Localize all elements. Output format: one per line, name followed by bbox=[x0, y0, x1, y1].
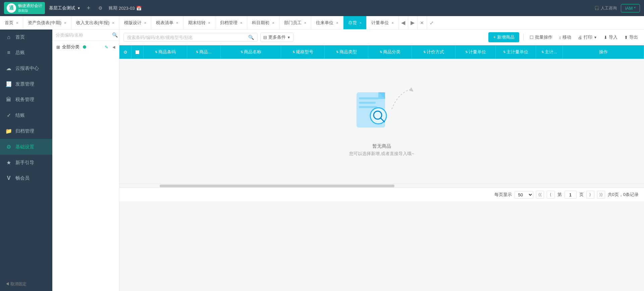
category-collapse-icon[interactable]: ◀ bbox=[112, 45, 115, 49]
add-product-button[interactable]: + 新增商品 bbox=[488, 32, 519, 42]
logo-icon: 通 bbox=[7, 3, 16, 13]
tab-income[interactable]: 收入支出表(年报) × bbox=[71, 16, 119, 30]
tab-unit-close-icon[interactable]: × bbox=[391, 21, 393, 25]
pagination: 每页显示 50 20 100 ⟨⟨ ⟨ 第 页 ⟩ ⟩⟩ 共0页，0条记录 bbox=[119, 188, 644, 201]
customer-service-button[interactable]: 🎧 人工咨询 bbox=[594, 5, 617, 11]
more-filter-button[interactable]: ⊟ 更多条件 ▼ bbox=[260, 33, 293, 42]
sidebar-item-home[interactable]: ⌂ 首页 bbox=[0, 30, 52, 45]
th-ops: 操作 bbox=[563, 45, 644, 59]
settings-button[interactable]: ⚙ bbox=[97, 4, 105, 12]
tab-contacts[interactable]: 往来单位 × bbox=[311, 16, 343, 30]
batch-op-label: 批量操作 bbox=[535, 34, 552, 40]
th-code[interactable]: ⇅ 商品... bbox=[187, 45, 221, 59]
sidebar-item-invoice[interactable]: 🧾 发票管理 bbox=[0, 76, 52, 92]
th-price-method-sort-icon: ⇅ bbox=[423, 50, 426, 54]
th-spec[interactable]: ⇅ 规格型号 bbox=[281, 45, 325, 59]
product-search-icon[interactable]: 🔍 bbox=[248, 35, 254, 40]
sidebar-item-tax[interactable]: 🏛 税务管理 bbox=[0, 92, 52, 107]
sidebar-item-vip-label: 畅会员 bbox=[15, 175, 30, 181]
page-number-input[interactable] bbox=[565, 191, 577, 199]
tab-template[interactable]: 模版设计 × bbox=[119, 16, 151, 30]
batch-op-button[interactable]: ☐ 批量操作 bbox=[528, 33, 554, 42]
category-search-icon[interactable]: 🔍 bbox=[112, 32, 118, 38]
th-col3-label: 主计... bbox=[545, 49, 557, 55]
tab-expand-button[interactable]: ⤢ bbox=[427, 16, 436, 30]
tab-dept-close-icon[interactable]: × bbox=[304, 21, 306, 25]
th-col3[interactable]: ⇅ 主计... bbox=[536, 45, 563, 59]
th-category[interactable]: ⇅ 商品分类 bbox=[368, 45, 412, 59]
th-unit[interactable]: ⇅ 计量单位 bbox=[455, 45, 496, 59]
tab-subject-close-icon[interactable]: × bbox=[272, 21, 274, 25]
tab-income-close-icon[interactable]: × bbox=[112, 21, 114, 25]
user-badge[interactable]: iAM * bbox=[621, 4, 640, 12]
th-main-unit[interactable]: ⇅ 主计量单位 bbox=[496, 45, 536, 59]
first-page-button[interactable]: ⟨⟨ bbox=[536, 191, 544, 199]
customer-service-label: 人工咨询 bbox=[601, 5, 617, 11]
tab-period-transfer-close-icon[interactable]: × bbox=[208, 21, 210, 25]
horizontal-scrollbar[interactable] bbox=[119, 184, 644, 188]
th-type[interactable]: ⇅ 商品类型 bbox=[325, 45, 368, 59]
tab-archive-close-icon[interactable]: × bbox=[240, 21, 242, 25]
column-settings-icon: ⚙ bbox=[123, 50, 127, 55]
tab-inventory[interactable]: 存货 × bbox=[343, 16, 367, 30]
th-price-method[interactable]: ⇅ 计价方式 bbox=[412, 45, 455, 59]
tab-balance-sheet-close-icon[interactable]: × bbox=[64, 21, 66, 25]
next-page-button[interactable]: ⟩ bbox=[586, 191, 594, 199]
sidebar-item-vip[interactable]: V 畅会员 bbox=[0, 171, 52, 186]
th-category-label: 商品分类 bbox=[383, 49, 400, 55]
th-main-unit-label: 主计量单位 bbox=[506, 49, 528, 55]
select-all-checkbox[interactable] bbox=[135, 50, 140, 54]
tab-tax-list[interactable]: 税表清单 × bbox=[151, 16, 183, 30]
last-page-button[interactable]: ⟩⟩ bbox=[597, 191, 605, 199]
tab-unit[interactable]: 计量单位 × bbox=[367, 16, 398, 30]
prev-page-button[interactable]: ⟨ bbox=[547, 191, 555, 199]
empty-arrow-svg bbox=[388, 86, 415, 112]
tab-archive[interactable]: 归档管理 × bbox=[215, 16, 247, 30]
export-button[interactable]: ⬆ 导出 bbox=[622, 33, 640, 42]
category-edit-icon[interactable]: ✎ bbox=[105, 45, 108, 50]
tab-balance-sheet[interactable]: 资产负债表(中期) × bbox=[23, 16, 71, 30]
scrollbar-thumb[interactable] bbox=[160, 185, 394, 187]
tab-tax-list-close-icon[interactable]: × bbox=[176, 21, 178, 25]
sidebar-item-archive[interactable]: 📁 归档管理 bbox=[0, 123, 52, 139]
move-label: 移动 bbox=[562, 34, 571, 40]
move-button[interactable]: ↕ 移动 bbox=[557, 33, 574, 42]
tab-archive-label: 归档管理 bbox=[220, 20, 237, 26]
per-page-select[interactable]: 50 20 100 bbox=[515, 191, 533, 199]
tab-close-all-button[interactable]: ✕ bbox=[418, 16, 427, 30]
import-button[interactable]: ⬇ 导入 bbox=[602, 33, 620, 42]
cancel-fixed-button[interactable]: ◀ 取消固定 bbox=[0, 277, 52, 291]
tab-period-transfer[interactable]: 期末结转 × bbox=[183, 16, 215, 30]
sidebar-item-settings[interactable]: ⚙ 基础设置 bbox=[0, 139, 52, 155]
tab-template-close-icon[interactable]: × bbox=[144, 21, 146, 25]
tab-home-close-icon[interactable]: × bbox=[16, 21, 18, 25]
sidebar-item-ledger[interactable]: ≡ 总账 bbox=[0, 45, 52, 60]
tab-home[interactable]: 首页 × bbox=[0, 16, 23, 30]
home-icon: ⌂ bbox=[5, 34, 12, 40]
th-name[interactable]: ⇅ 商品名称 bbox=[221, 45, 281, 59]
tab-next-button[interactable]: ▶ bbox=[408, 16, 418, 30]
tab-prev-button[interactable]: ◀ bbox=[399, 16, 408, 30]
th-barcode[interactable]: ⇅ 商品条码 bbox=[144, 45, 187, 59]
tab-dept[interactable]: 部门员工 × bbox=[279, 16, 311, 30]
sidebar-item-close-accounts[interactable]: ✓ 结账 bbox=[0, 107, 52, 123]
product-search-input[interactable] bbox=[127, 35, 246, 40]
tab-contacts-close-icon[interactable]: × bbox=[336, 21, 338, 25]
calendar-icon[interactable]: 📅 bbox=[136, 6, 142, 11]
category-search-input[interactable] bbox=[56, 33, 112, 38]
print-button[interactable]: 🖨 打印 ▼ bbox=[576, 33, 599, 42]
tab-subject[interactable]: 科目期初 × bbox=[247, 16, 279, 30]
sidebar-item-reports[interactable]: ☁ 云报表中心 bbox=[0, 60, 52, 76]
th-checkbox[interactable] bbox=[131, 45, 144, 59]
logo-text: 畅捷通好会计 旗舰版 bbox=[18, 3, 42, 13]
all-category-header[interactable]: ⊞ 全部分类 ✎ ◀ bbox=[52, 41, 119, 53]
empty-illustration bbox=[352, 86, 412, 139]
th-settings[interactable]: ⚙ bbox=[119, 45, 131, 59]
more-filter-label: 更多条件 bbox=[268, 34, 286, 40]
vip-icon: V bbox=[5, 175, 12, 181]
th-unit-label: 计量单位 bbox=[469, 49, 486, 55]
tab-inventory-close-icon[interactable]: × bbox=[360, 21, 362, 25]
add-tab-button[interactable]: + bbox=[85, 4, 93, 12]
sidebar-item-guide[interactable]: ★ 新手引导 bbox=[0, 155, 52, 171]
company-selector[interactable]: 基层工会测试 ▼ bbox=[49, 5, 80, 11]
